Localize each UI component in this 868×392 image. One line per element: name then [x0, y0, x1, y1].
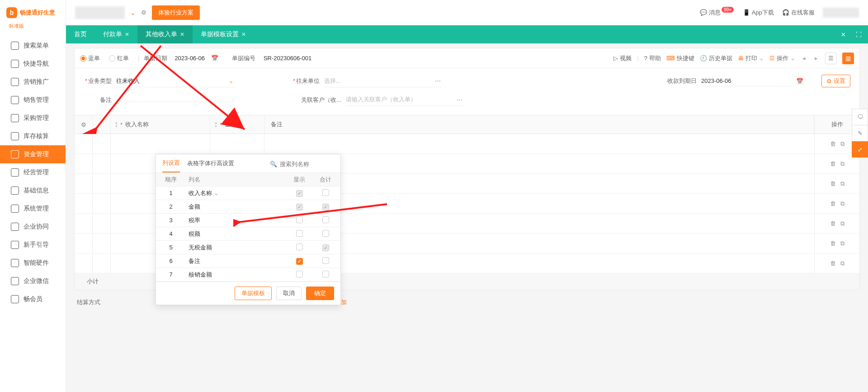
doc-date-label: 单据日期 — [144, 54, 167, 62]
checkbox-off-icon[interactable] — [296, 216, 303, 223]
app-download-label: App下载 — [752, 9, 774, 17]
party-select[interactable]: 选择... ⋯ — [324, 75, 442, 87]
radio-blue[interactable]: 蓝单 — [80, 54, 100, 62]
due-date-input[interactable]: 2023-06-06 — [701, 76, 792, 86]
sidebar-item-wechat[interactable]: 企业微信 — [0, 272, 66, 290]
more-icon[interactable]: ⋯ — [435, 77, 442, 84]
copy-icon[interactable]: ⧉ — [840, 180, 844, 187]
next-record-icon[interactable]: ▸ — [813, 55, 820, 62]
card-view-button[interactable]: ▥ — [842, 53, 854, 64]
close-tab-icon[interactable]: ✕ — [836, 28, 850, 41]
sidebar-item-org[interactable]: 企业协同 — [0, 218, 66, 236]
operate-link[interactable]: ☰操作 ⌄ — [769, 54, 795, 62]
checkbox-off-icon[interactable] — [322, 189, 329, 196]
history-link[interactable]: 🕘历史单据 — [700, 54, 732, 62]
tenant-switch-chevron-icon[interactable]: ⌄ — [130, 9, 136, 16]
copy-icon[interactable]: ⧉ — [840, 140, 844, 148]
grid-col-amount[interactable]: ▴▾*金额 — [210, 115, 264, 134]
support-link[interactable]: 🎧 在线客服 — [782, 9, 815, 17]
copy-icon[interactable]: ⧉ — [840, 240, 844, 247]
sidebar-item-vip[interactable]: 畅会员 — [0, 290, 66, 308]
close-icon[interactable]: ✕ — [180, 31, 184, 38]
popover-tab-font[interactable]: 表格字体行高设置 — [187, 159, 234, 172]
delete-icon[interactable]: 🗑 — [830, 160, 836, 167]
grid-col-seq — [93, 115, 111, 134]
sidebar-item-diamond[interactable]: 销售管理 — [0, 91, 66, 109]
sidebar-item-box[interactable]: 库存核算 — [0, 127, 66, 145]
checkbox-off-icon[interactable] — [322, 271, 329, 277]
chevron-down-icon[interactable]: ⌄ — [229, 77, 234, 84]
print-link[interactable]: 🖶打印 ⌄ — [738, 54, 764, 62]
copy-icon[interactable]: ⧉ — [840, 220, 844, 227]
tab-其他收入单[interactable]: 其他收入单✕ — [137, 25, 193, 43]
customer-input[interactable]: 请输入关联客户（收入单） ⋯ — [346, 94, 463, 106]
delete-icon[interactable]: 🗑 — [830, 260, 836, 267]
delete-icon[interactable]: 🗑 — [830, 140, 836, 147]
sidebar: b 畅捷通好生意 标准版 搜索菜单快捷导航营销推广销售管理采购管理库存核算资金管… — [0, 0, 66, 392]
help-link[interactable]: ?帮助 — [644, 54, 661, 62]
dock-expand-icon[interactable]: ⤢ — [852, 141, 868, 158]
video-link[interactable]: ▷视频 — [613, 54, 632, 62]
remark-input[interactable] — [116, 98, 234, 102]
delete-icon[interactable]: 🗑 — [830, 220, 836, 227]
calendar-icon[interactable]: 📅 — [796, 78, 803, 85]
sidebar-item-chart[interactable]: 经营管理 — [0, 163, 66, 182]
table-row[interactable]: 🗑⧉ — [75, 134, 859, 154]
checkbox-off-icon[interactable] — [322, 230, 329, 237]
delete-icon[interactable]: 🗑 — [830, 200, 836, 207]
biz-type-label: 业务类型 — [88, 77, 112, 84]
sidebar-item-sync[interactable]: 系统管理 — [0, 200, 66, 218]
checkbox-off-icon[interactable] — [296, 271, 303, 277]
prev-record-icon[interactable]: ◂ — [801, 55, 807, 62]
dock-note-icon[interactable]: 🗨 — [852, 109, 868, 125]
cancel-button[interactable]: 取消 — [276, 287, 302, 300]
dock-edit-icon[interactable]: ✎ — [852, 125, 868, 141]
copy-icon[interactable]: ⧉ — [840, 260, 844, 267]
cta-industry-button[interactable]: 体验行业方案 — [152, 5, 200, 20]
sidebar-item-home[interactable]: 快捷导航 — [0, 55, 66, 73]
popover-tab-columns[interactable]: 列设置 — [162, 159, 180, 172]
copy-icon[interactable]: ⧉ — [840, 200, 844, 207]
sidebar-item-bag[interactable]: 采购管理 — [0, 109, 66, 127]
home-icon — [11, 60, 19, 68]
sidebar-item-device[interactable]: 智能硬件 — [0, 254, 66, 272]
sidebar-item-wallet[interactable]: 资金管理 — [0, 145, 66, 163]
gear-icon[interactable]: ⚙ — [141, 9, 146, 16]
settings-button[interactable]: ⚙设置 — [821, 75, 850, 87]
sidebar-item-play[interactable]: 新手引导 — [0, 236, 66, 254]
shortcut-link[interactable]: ⌨快捷键 — [666, 54, 694, 62]
popover-search-input[interactable] — [280, 161, 334, 167]
sidebar-item-gift[interactable]: 营销推广 — [0, 73, 66, 91]
checkbox-off-icon[interactable] — [296, 230, 303, 237]
checkbox-off-icon[interactable] — [322, 257, 329, 264]
checkbox-off-icon[interactable] — [322, 216, 329, 223]
list-view-button[interactable]: ☰ — [825, 53, 837, 64]
biz-type-select[interactable]: 往来收入 ⌄ — [116, 75, 234, 87]
vip-icon — [11, 295, 19, 303]
chevron-down-icon[interactable]: ⌄ — [214, 190, 219, 196]
app-download-link[interactable]: 📱 App下载 — [743, 9, 774, 17]
expand-icon[interactable]: ⛶ — [852, 28, 865, 41]
more-icon[interactable]: ⋯ — [457, 96, 463, 103]
calendar-icon[interactable]: 📅 — [211, 55, 218, 62]
chevron-down-icon[interactable]: ⌄ — [790, 55, 795, 62]
radio-red[interactable]: 红单 — [109, 54, 129, 62]
delete-icon[interactable]: 🗑 — [830, 180, 836, 187]
checkbox-off-icon[interactable] — [296, 244, 303, 250]
tab-首页[interactable]: 首页 — [66, 25, 95, 43]
sidebar-item-search[interactable]: 搜索菜单 — [0, 37, 66, 55]
checkbox-on-icon[interactable]: ✓ — [296, 258, 303, 265]
template-button[interactable]: 单据模板 — [235, 287, 272, 300]
copy-icon[interactable]: ⧉ — [840, 160, 844, 167]
sidebar-item-grid[interactable]: 基础信息 — [0, 182, 66, 200]
delete-icon[interactable]: 🗑 — [830, 240, 836, 247]
close-icon[interactable]: ✕ — [125, 31, 129, 38]
grid-col-income-name[interactable]: ▴▾*收入名称 — [111, 115, 210, 134]
tab-付款单[interactable]: 付款单✕ — [95, 25, 137, 43]
tab-单据模板设置[interactable]: 单据模板设置✕ — [193, 25, 254, 43]
ok-button[interactable]: 确定 — [306, 287, 334, 300]
chevron-down-icon[interactable]: ⌄ — [759, 55, 764, 62]
grid-settings-button[interactable]: ⚙ — [75, 115, 93, 134]
messages-link[interactable]: 💬 消息 99+ — [700, 9, 735, 17]
close-icon[interactable]: ✕ — [241, 31, 246, 38]
